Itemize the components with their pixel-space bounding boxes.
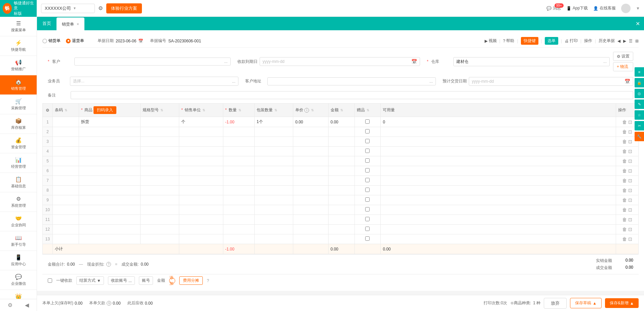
row-qty-6[interactable] <box>223 166 254 176</box>
row-available-11[interactable] <box>381 215 616 225</box>
row-barcode-10[interactable] <box>53 205 79 215</box>
row-unit-3[interactable] <box>179 137 223 147</box>
row-available-13[interactable] <box>381 234 616 244</box>
row-unit-2[interactable] <box>179 127 223 137</box>
scan-barcode-button[interactable]: 扫码录入 <box>93 106 116 114</box>
row-unit-price-13[interactable] <box>293 234 328 244</box>
delete-row-icon[interactable]: 🗑 <box>622 227 627 232</box>
row-gift-3[interactable] <box>354 137 381 147</box>
row-available-5[interactable] <box>381 156 616 166</box>
salesperson-dots-icon[interactable]: ... <box>232 79 235 84</box>
row-qty-11[interactable] <box>223 215 254 225</box>
setup-button[interactable]: ⚙ 设置 <box>613 52 633 61</box>
row-unit-10[interactable] <box>179 205 223 215</box>
row-actions-12[interactable]: 🗑 ⊡ <box>616 225 639 234</box>
row-product-1[interactable]: 拆货 <box>79 117 140 127</box>
row-pkg-qty-3[interactable] <box>254 137 293 147</box>
row-pkg-qty-8[interactable] <box>254 186 293 195</box>
row-barcode-2[interactable] <box>53 127 79 137</box>
salesperson-input[interactable]: 选择... ... <box>70 77 238 86</box>
row-pkg-qty-7[interactable] <box>254 176 293 186</box>
row-pkg-qty-4[interactable] <box>254 147 293 156</box>
row-spec-1[interactable] <box>141 117 179 127</box>
row-barcode-7[interactable] <box>53 176 79 186</box>
sidebar-item-app-center[interactable]: 📱 应用中心 <box>0 251 37 270</box>
delete-row-icon[interactable]: 🗑 <box>622 207 627 212</box>
row-gift-4[interactable] <box>354 147 381 156</box>
row-pkg-qty-2[interactable] <box>254 127 293 137</box>
row-unit-price-8[interactable] <box>293 186 328 195</box>
date-calendar-icon[interactable]: 📅 <box>138 39 143 43</box>
row-available-3[interactable] <box>381 137 616 147</box>
copy-row-icon[interactable]: ⊡ <box>628 227 632 232</box>
calc-method-select[interactable]: 结算方式 ▼ <box>76 276 104 285</box>
discount-info-icon[interactable]: ? <box>106 262 111 267</box>
copy-row-icon[interactable]: ⊡ <box>628 119 632 125</box>
delete-row-icon[interactable]: 🗑 <box>622 188 627 193</box>
row-available-1[interactable]: 0 <box>381 117 616 127</box>
save-draft-button[interactable]: 保存草稿 ▲ <box>570 298 602 308</box>
tab-home[interactable]: 首页 <box>37 17 56 30</box>
row-barcode-1[interactable] <box>53 117 79 127</box>
copy-row-icon[interactable]: ⊡ <box>628 236 632 242</box>
history-btn[interactable]: 历史单据 <box>599 38 615 44</box>
copy-row-icon[interactable]: ⊡ <box>628 178 632 183</box>
row-spec-5[interactable] <box>141 156 179 166</box>
delivery-date-input[interactable]: yyyy-mm-dd 📅 <box>469 77 633 86</box>
delete-row-icon[interactable]: 🗑 <box>622 158 627 164</box>
row-qty-13[interactable] <box>223 234 254 244</box>
message-button[interactable]: 💬 消息 99+ <box>546 5 561 11</box>
online-service-button[interactable]: 👤 在线客服 <box>593 5 616 11</box>
row-available-4[interactable] <box>381 147 616 156</box>
row-qty-7[interactable] <box>223 176 254 186</box>
row-unit-6[interactable] <box>179 166 223 176</box>
customer-input[interactable]: ... <box>74 57 231 66</box>
row-actions-13[interactable]: 🗑 ⊡ <box>616 234 639 244</box>
row-qty-1[interactable]: -1.00 <box>223 117 254 127</box>
settings-gear-icon[interactable]: ⚙ <box>98 5 103 11</box>
row-actions-6[interactable]: 🗑 ⊡ <box>616 166 639 176</box>
row-product-3[interactable] <box>79 137 140 147</box>
tab-close-icon[interactable]: × <box>77 22 79 27</box>
unit-price-info-icon[interactable]: i <box>304 108 309 113</box>
shortcut-key-btn[interactable]: 快捷键 <box>521 37 538 45</box>
sidebar-item-operations[interactable]: 📊 经营管理 <box>0 153 37 173</box>
row-product-13[interactable] <box>79 234 140 244</box>
row-spec-8[interactable] <box>141 186 179 195</box>
sidebar-item-search-order[interactable]: ☰ 搜索菜单 <box>0 17 37 36</box>
delete-row-icon[interactable]: 🗑 <box>622 236 627 242</box>
row-barcode-8[interactable] <box>53 186 79 195</box>
warehouse-input[interactable]: 建材仓 ... <box>453 57 610 66</box>
rf-btn-2[interactable]: 🔒 <box>635 78 644 87</box>
row-gift-11[interactable] <box>354 215 381 225</box>
copy-row-icon[interactable]: ⊡ <box>628 188 632 193</box>
row-product-4[interactable] <box>79 147 140 156</box>
sidebar-item-basic-info[interactable]: 📋 基础信息 <box>0 173 37 192</box>
abandon-button[interactable]: 放弃 <box>544 298 567 309</box>
trial-button[interactable]: 体验行业方案 <box>106 3 142 13</box>
delete-row-icon[interactable]: 🗑 <box>622 197 627 203</box>
nav-prev-icon[interactable]: ◀ <box>617 39 620 43</box>
copy-row-icon[interactable]: ⊡ <box>628 129 632 134</box>
row-available-6[interactable] <box>381 166 616 176</box>
expense-split-button[interactable]: 费用分摊 <box>179 276 203 285</box>
col-settings[interactable]: ⚙ <box>43 104 53 117</box>
row-available-9[interactable] <box>381 195 616 205</box>
row-amount-12[interactable] <box>328 225 354 234</box>
delete-row-icon[interactable]: 🗑 <box>622 149 627 154</box>
row-barcode-11[interactable] <box>53 215 79 225</box>
row-gift-13[interactable] <box>354 234 381 244</box>
filter-btn[interactable]: 选单 <box>545 37 558 45</box>
sidebar-item-quick-nav[interactable]: ⚡ 快捷导航 <box>0 36 37 56</box>
row-pkg-qty-1[interactable]: 1个 <box>254 117 293 127</box>
row-amount-13[interactable] <box>328 234 354 244</box>
sidebar-item-enterprise-wechat[interactable]: 💬 企业微信 <box>0 270 37 290</box>
row-barcode-12[interactable] <box>53 225 79 234</box>
row-spec-12[interactable] <box>141 225 179 234</box>
rf-btn-5[interactable]: ☆ <box>635 110 644 120</box>
delete-row-icon[interactable]: 🗑 <box>622 129 627 134</box>
radio-sales-order[interactable]: 销货单 <box>42 38 61 44</box>
print-btn[interactable]: 🖨 打印 <box>565 38 578 44</box>
row-gift-5[interactable] <box>354 156 381 166</box>
row-amount-3[interactable] <box>328 137 354 147</box>
